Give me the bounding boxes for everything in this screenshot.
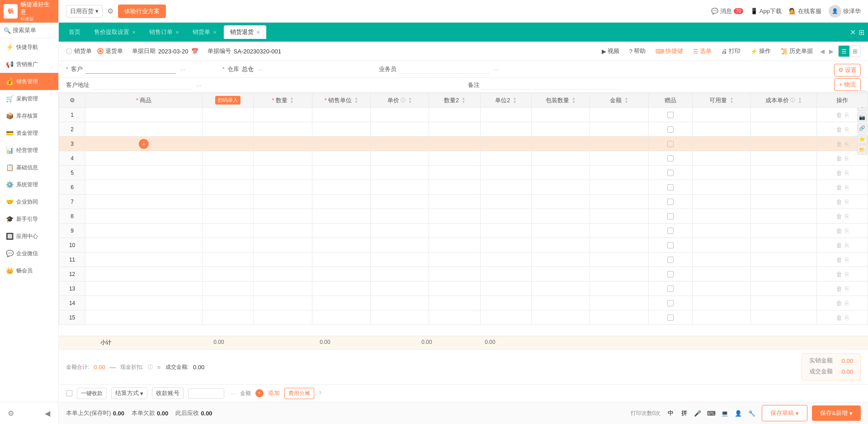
cell-col-amount-11[interactable] — [590, 252, 648, 267]
cell-col-unit2-15[interactable] — [480, 310, 531, 325]
cell-cost-14[interactable] — [751, 296, 817, 310]
cell-gift-12[interactable] — [648, 267, 692, 281]
address-picker-btn[interactable]: ··· — [196, 82, 201, 89]
cell-cost-1[interactable] — [751, 108, 817, 122]
cell-col-price-15[interactable] — [371, 310, 429, 325]
cell-cost-10[interactable] — [751, 238, 817, 252]
gift-checkbox-15[interactable] — [667, 314, 674, 321]
delete-row-14[interactable]: 🗑 — [836, 300, 842, 307]
table-view-btn[interactable]: ☰ — [839, 46, 849, 57]
rfloat-btn-5[interactable]: ⭐ — [857, 134, 867, 144]
copy-row-14[interactable]: ⎘ — [845, 300, 849, 307]
delete-row-4[interactable]: 🗑 — [836, 155, 842, 162]
delete-row-3[interactable]: 🗑 — [836, 140, 842, 148]
cell-col-unit-11[interactable] — [312, 252, 370, 267]
rfloat-btn-3[interactable]: 📷 — [857, 112, 867, 122]
cell-gift-10[interactable] — [648, 238, 692, 252]
cell-product-9[interactable] — [203, 224, 254, 238]
cell-cost-12[interactable] — [751, 267, 817, 281]
cell-cost-15[interactable] — [751, 310, 817, 325]
cell-col-qty-12[interactable] — [254, 267, 312, 281]
cell-col-price-3[interactable] — [371, 137, 429, 151]
cell-col-unit-5[interactable] — [312, 166, 370, 180]
cell-product-5[interactable] — [203, 166, 254, 180]
cell-col-pack-2[interactable] — [531, 122, 590, 137]
grid-view-btn[interactable]: ⊞ — [849, 46, 860, 57]
product-input-3[interactable] — [206, 141, 250, 147]
cell-col-price-9[interactable] — [371, 224, 429, 238]
cell-col-unit-4[interactable] — [312, 151, 370, 166]
cell-col-unit-3[interactable] — [312, 137, 370, 151]
delete-row-9[interactable]: 🗑 — [836, 227, 842, 234]
cell-col-qty2-5[interactable] — [429, 166, 480, 180]
sidebar-item-guide[interactable]: 🎓 新手引导 — [0, 210, 58, 228]
cell-col-pack-11[interactable] — [531, 252, 590, 267]
logistics-btn[interactable]: + 物流 — [834, 78, 861, 91]
sidebar-item-app-center[interactable]: 🔲 应用中心 — [0, 228, 58, 245]
video-btn[interactable]: ▶ 视频 — [599, 46, 622, 57]
copy-row-2[interactable]: ⎘ — [845, 126, 849, 133]
cell-col-qty2-13[interactable] — [429, 281, 480, 296]
cell-col-amount-5[interactable] — [590, 166, 648, 180]
gift-checkbox-5[interactable] — [667, 170, 674, 176]
cell-col-price-12[interactable] — [371, 267, 429, 281]
sidebar-item-sales[interactable]: 💰 销售管理 — [0, 73, 58, 90]
cell-col-unit-1[interactable] — [312, 108, 370, 122]
cell-col-unit-12[interactable] — [312, 267, 370, 281]
tab-sales-order[interactable]: 销售订单 ✕ — [143, 25, 185, 39]
gift-checkbox-12[interactable] — [667, 271, 674, 277]
sidebar-item-purchase[interactable]: 🛒 采购管理 — [0, 90, 58, 107]
scan-btn[interactable]: 扫码录入 — [215, 96, 241, 105]
save-draft-btn[interactable]: 保存草稿 ▾ — [762, 405, 807, 421]
cell-col-qty2-11[interactable] — [429, 252, 480, 267]
settings-btn[interactable]: ⚙ 设置 — [834, 64, 861, 76]
calc-method-btn[interactable]: 结算方式 ▾ — [111, 387, 147, 399]
copy-row-7[interactable]: ⎘ — [845, 198, 849, 205]
sidebar-item-wechat[interactable]: 💬 企业微信 — [0, 245, 58, 262]
sidebar-item-system[interactable]: ⚙️ 系统管理 — [0, 176, 58, 193]
gift-checkbox-6[interactable] — [667, 184, 674, 191]
cell-col-unit2-14[interactable] — [480, 296, 531, 310]
cell-gift-2[interactable] — [648, 122, 692, 137]
prev-record-btn[interactable]: ◀ — [820, 48, 825, 55]
delete-row-13[interactable]: 🗑 — [836, 285, 842, 292]
sidebar-item-inventory[interactable]: 📦 库存核算 — [0, 107, 58, 124]
industry-selector[interactable]: 日用百货 ▾ — [66, 5, 103, 18]
sidebar-item-vip[interactable]: 👑 畅会员 — [0, 262, 58, 279]
cell-col-pack-7[interactable] — [531, 195, 590, 209]
cell-col-unit2-13[interactable] — [480, 281, 531, 296]
cell-gift-4[interactable] — [648, 151, 692, 166]
delete-row-8[interactable]: 🗑 — [836, 213, 842, 220]
staff-picker-btn[interactable]: ··· — [494, 66, 499, 73]
gift-checkbox-7[interactable] — [667, 199, 674, 205]
cell-col-qty-3[interactable] — [254, 137, 312, 151]
cell-col-pack-12[interactable] — [531, 267, 590, 281]
cell-col-unit2-6[interactable] — [480, 180, 531, 195]
cell-col-amount-3[interactable] — [590, 137, 648, 151]
sidebar-item-quick-nav[interactable]: ⚡ 快捷导航 — [0, 38, 58, 56]
copy-row-8[interactable]: ⎘ — [845, 213, 849, 220]
cell-col-qty-6[interactable] — [254, 180, 312, 195]
select-btn[interactable]: ☰ 选单 — [690, 46, 714, 57]
copy-row-12[interactable]: ⎘ — [845, 271, 849, 278]
toolbar-icon-6[interactable]: 👤 — [733, 408, 744, 419]
cell-col-qty2-8[interactable] — [429, 209, 480, 224]
cell-avail-12[interactable] — [692, 267, 750, 281]
staff-input[interactable] — [399, 65, 490, 74]
calendar-icon[interactable]: 📅 — [191, 48, 198, 55]
gear-settings-icon[interactable]: ⚙ — [70, 97, 75, 104]
cell-col-amount-4[interactable] — [590, 151, 648, 166]
cell-col-price-14[interactable] — [371, 296, 429, 310]
add-payment-btn[interactable]: + — [255, 389, 264, 397]
gift-checkbox-8[interactable] — [667, 213, 674, 219]
cell-cost-11[interactable] — [751, 252, 817, 267]
cell-col-qty2-3[interactable] — [429, 137, 480, 151]
cell-col-price-11[interactable] — [371, 252, 429, 267]
print-btn[interactable]: 🖨 打印 — [719, 46, 743, 57]
gift-checkbox-1[interactable] — [667, 112, 674, 118]
cell-avail-10[interactable] — [692, 238, 750, 252]
cell-col-pack-5[interactable] — [531, 166, 590, 180]
topbar-settings-icon[interactable]: ⚙ — [107, 7, 113, 15]
cell-product-6[interactable] — [203, 180, 254, 195]
toolbar-icon-4[interactable]: ⌨ — [706, 408, 717, 419]
